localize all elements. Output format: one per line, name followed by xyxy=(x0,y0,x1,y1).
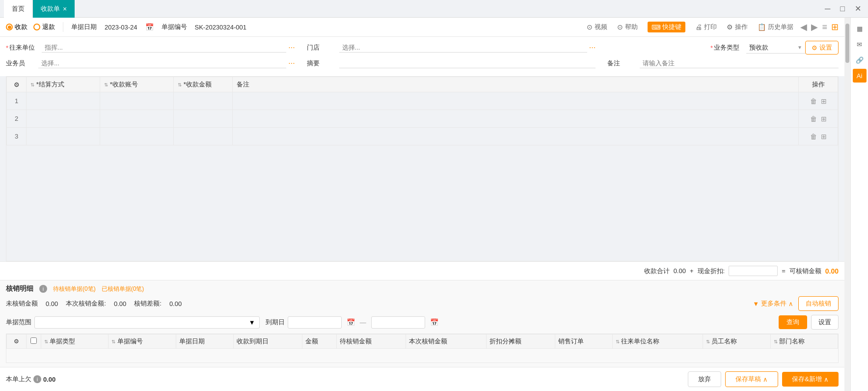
store-input[interactable] xyxy=(339,43,587,53)
row-remark-2[interactable] xyxy=(233,110,799,128)
col-current-header: 本次核销金额 xyxy=(406,335,486,349)
bottom-bar: 本单上欠 i 0.00 放弃 保存草稿 ∧ 保存&新增 ∧ xyxy=(0,367,844,391)
tab-home[interactable]: 首页 xyxy=(4,0,33,18)
staff-input[interactable] xyxy=(38,58,286,68)
row-remark-1[interactable] xyxy=(233,92,799,110)
settings-button[interactable]: ⚙ 设置 xyxy=(805,41,839,55)
date-from-input[interactable]: 2022-04-01 xyxy=(288,316,342,329)
row-account-3[interactable] xyxy=(100,128,174,145)
order-info-icon[interactable]: i xyxy=(33,375,41,383)
tab-collection[interactable]: 收款单 × xyxy=(33,0,75,18)
sidebar-table-icon[interactable]: ▦ xyxy=(853,22,867,35)
sidebar-mail-icon[interactable]: ✉ xyxy=(853,37,867,51)
row-account-2[interactable] xyxy=(100,110,174,128)
writeoff-info-icon[interactable]: i xyxy=(39,285,47,293)
row-account-1[interactable] xyxy=(100,92,174,110)
summary-input[interactable] xyxy=(339,58,596,68)
verifiable-label: 可核销金额 xyxy=(789,267,821,276)
sort-doc-type-icon[interactable]: ⇅ xyxy=(44,339,48,344)
sort-doc-no-icon[interactable]: ⇅ xyxy=(111,339,115,344)
bottom-actions: 放弃 保存草稿 ∧ 保存&新增 ∧ xyxy=(688,371,839,387)
scroll-thumb[interactable] xyxy=(845,24,849,63)
auto-writeoff-button[interactable]: 自动核销 xyxy=(798,296,839,311)
sidebar-link-icon[interactable]: 🔗 xyxy=(853,53,867,67)
sum-equals: = xyxy=(782,267,786,275)
row-amount-2[interactable] xyxy=(174,110,233,128)
calendar-to-icon[interactable]: 📅 xyxy=(430,318,438,326)
col-amount-label2: 金额 xyxy=(305,337,318,345)
sort-staff-icon[interactable]: ⇅ xyxy=(706,339,710,344)
scrollbar[interactable] xyxy=(844,18,850,391)
col-doc-type-header: ⇅ 单据类型 xyxy=(41,335,108,349)
biz-type-select[interactable]: 预收款 ▼ xyxy=(746,42,805,54)
writeoff-title: 核销明细 xyxy=(6,284,33,293)
nav-left-icon[interactable]: ◀ xyxy=(800,22,807,32)
save-draft-button[interactable]: 保存草稿 ∧ xyxy=(725,371,778,387)
table-icon: ▦ xyxy=(857,25,863,32)
date-to-input[interactable]: 2022-04-12 xyxy=(371,316,425,329)
video-btn[interactable]: ⊙ 视频 xyxy=(584,22,610,32)
row-settlement-3[interactable] xyxy=(27,128,100,145)
sort-dept-icon[interactable]: ⇅ xyxy=(774,339,778,344)
nav-right-icon[interactable]: ▶ xyxy=(811,22,818,32)
history-btn[interactable]: 📋 历史单据 xyxy=(755,22,796,32)
quickkey-inner[interactable]: ⌨ 快捷键 xyxy=(648,22,685,32)
delete-row-icon-3[interactable]: 🗑 xyxy=(810,133,817,140)
range-field: 单据范围 ▼ xyxy=(6,316,260,329)
maximize-button[interactable]: □ xyxy=(837,3,848,14)
sort-icon-amount[interactable]: ⇅ xyxy=(178,82,182,87)
calendar-from-icon[interactable]: 📅 xyxy=(347,318,355,326)
row-remark-3[interactable] xyxy=(233,128,799,145)
sidebar-ai-icon[interactable]: Ai xyxy=(853,69,867,83)
select-all-checkbox[interactable] xyxy=(30,337,37,344)
query-button[interactable]: 查询 xyxy=(779,315,807,329)
save-new-button[interactable]: 保存&新增 ∧ xyxy=(782,372,839,387)
more-conditions-btn[interactable]: ▼ 更多条件 ∧ xyxy=(753,299,793,308)
partner-input[interactable] xyxy=(42,43,286,53)
range-select[interactable]: ▼ xyxy=(34,316,260,329)
quickkey-btn[interactable]: ⌨ 快捷键 xyxy=(645,21,688,33)
right-sidebar: ▦ ✉ 🔗 Ai xyxy=(850,18,868,391)
pending-link[interactable]: 待核销单据(0笔) xyxy=(53,285,96,293)
abandon-button[interactable]: 放弃 xyxy=(688,371,721,387)
operation-btn[interactable]: ⚙ 操作 xyxy=(724,22,751,32)
row-settlement-2[interactable] xyxy=(27,110,100,128)
close-button[interactable]: ✕ xyxy=(852,3,864,14)
print-btn[interactable]: 🖨 打印 xyxy=(692,22,720,32)
copy-row-icon-1[interactable]: ⊞ xyxy=(821,97,827,105)
sort-icon-settlement[interactable]: ⇅ xyxy=(30,82,34,87)
row-amount-3[interactable] xyxy=(174,128,233,145)
grid-icon[interactable]: ⊞ xyxy=(831,22,839,32)
completed-link[interactable]: 已核销单据(0笔) xyxy=(102,285,144,293)
save-new-chevron-icon: ∧ xyxy=(824,376,829,383)
sort-icon-account[interactable]: ⇅ xyxy=(104,82,108,87)
form-area: * 往来单位 ··· 门店 ··· * 业务类型 预收款 xyxy=(0,37,844,76)
radio-refund[interactable]: 退款 xyxy=(33,23,55,31)
store-more-icon[interactable]: ··· xyxy=(589,44,596,52)
copy-row-icon-2[interactable]: ⊞ xyxy=(821,115,827,123)
delete-row-icon-2[interactable]: 🗑 xyxy=(810,115,817,123)
minimize-button[interactable]: ─ xyxy=(822,3,833,14)
calendar-icon[interactable]: 📅 xyxy=(145,23,154,31)
diff-label: 核销差额: xyxy=(134,299,162,308)
row-ops-3: 🗑 ⊞ xyxy=(799,128,838,145)
collection-table: ⚙ ⇅ *结算方式 ⇅ *收款账号 ⇅ *收款金额 xyxy=(6,77,838,145)
table-settings-header[interactable]: ⚙ xyxy=(7,77,27,92)
remark-input[interactable] xyxy=(640,58,839,68)
tab-collection-label: 收款单 xyxy=(41,4,60,13)
tab-close-icon[interactable]: × xyxy=(63,5,67,13)
row-amount-1[interactable] xyxy=(174,92,233,110)
list-icon[interactable]: ≡ xyxy=(822,22,827,32)
delete-row-icon-1[interactable]: 🗑 xyxy=(810,97,817,105)
sort-partner-icon[interactable]: ⇅ xyxy=(616,339,620,344)
row-settlement-1[interactable] xyxy=(27,92,100,110)
staff-more-icon[interactable]: ··· xyxy=(288,59,295,67)
help-btn[interactable]: ⊙ 帮助 xyxy=(614,22,641,32)
writeoff-settings-button[interactable]: 设置 xyxy=(811,315,839,330)
radio-collection[interactable]: 收款 xyxy=(6,23,27,31)
cash-discount-input[interactable] xyxy=(729,266,778,276)
copy-row-icon-3[interactable]: ⊞ xyxy=(821,133,827,140)
partner-more-icon[interactable]: ··· xyxy=(288,44,295,52)
save-draft-chevron-icon: ∧ xyxy=(763,376,768,383)
bottom-settings-header[interactable]: ⚙ xyxy=(7,335,27,349)
